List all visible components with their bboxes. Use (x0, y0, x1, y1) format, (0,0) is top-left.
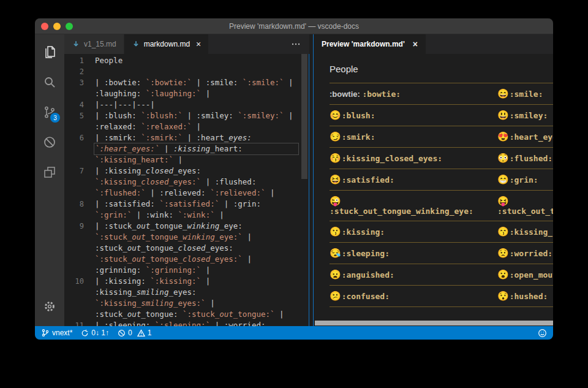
code-text: `:heart_eyes:` | :kissing_heart: (94, 143, 243, 154)
preview-table-row: 😏:smirk:😍:heart_eyes: (330, 126, 553, 148)
extensions-icon[interactable] (35, 157, 64, 187)
preview-table-cell: 😙:kissing_smiling_eyes: (497, 226, 553, 237)
code-text: :laughing: `:laughing:` | (94, 88, 210, 99)
preview-horizontal-scrollbar-thumb[interactable] (315, 321, 553, 325)
editor-line[interactable]: `:flushed:` | :relieved: `:relieved:` | (64, 188, 309, 199)
close-preview-icon[interactable]: × (413, 40, 418, 48)
emoji-code: :bowtie: (362, 89, 401, 99)
preview-table-row: 😚:kissing_closed_eyes:😳:flushed: (330, 148, 553, 169)
explorer-icon[interactable] (35, 37, 64, 67)
editor-line[interactable]: 1People (64, 55, 309, 66)
editor-line[interactable]: 9| :stuck_out_tongue_winking_eye: (64, 221, 309, 232)
emoji-code: :smile: (510, 89, 543, 99)
editor-line[interactable]: `:grin:` | :wink: `:wink:` | (64, 210, 309, 221)
tab-v1-15-md[interactable]: v1_15.md (64, 34, 124, 54)
emoji-code: :kissing_smiling_eyes: (510, 227, 553, 237)
markdown-preview[interactable]: People :bowtie: :bowtie:😄:smile:😊:blush:… (314, 54, 553, 326)
emoji: 😚 (330, 153, 341, 163)
search-icon[interactable] (35, 67, 64, 97)
close-tab-icon[interactable]: × (196, 40, 201, 48)
tab-markdown-md[interactable]: markdown.md × (124, 34, 209, 54)
more-actions-icon[interactable] (291, 34, 309, 54)
preview-table-row: 😊:blush:😃:smiley: (330, 105, 553, 126)
minimize-window-button[interactable] (53, 23, 61, 30)
editor-line[interactable]: :kissing_smiling_eyes: (64, 287, 309, 298)
editor-line[interactable]: :relaxed: `:relaxed:` | (64, 121, 309, 132)
code-text: :relaxed: `:relaxed:` | (94, 121, 201, 132)
preview-table-row: 😆:satisfied:😁:grin: (330, 169, 553, 191)
preview-tab[interactable]: Preview 'markdown.md' × (314, 34, 426, 54)
editor-line[interactable]: 4|---|---|---| (64, 99, 309, 110)
line-number (64, 188, 94, 199)
editor-line[interactable]: 10| :kissing: `:kissing:` | (64, 276, 309, 287)
close-window-button[interactable] (41, 23, 48, 30)
debug-icon[interactable] (35, 127, 64, 157)
editor-line[interactable]: 5| :blush: `:blush:` | :smiley: `:smiley… (64, 110, 309, 121)
editor-line[interactable]: `:kissing_smiling_eyes:` | (64, 298, 309, 309)
line-number (64, 154, 94, 165)
tab-label: v1_15.md (84, 40, 116, 48)
titlebar[interactable]: Preview 'markdown.md' — vscode-docs (35, 18, 553, 34)
source-control-icon[interactable]: 3 (35, 97, 64, 127)
preview-table-cell: 😟:worried: (497, 248, 553, 259)
emoji: 😪 (330, 248, 341, 258)
emoji-code: :sleeping: (342, 249, 390, 258)
line-number (64, 143, 94, 154)
line-number (64, 243, 94, 254)
code-text: :stuck_out_tongue_closed_eyes: (94, 243, 233, 254)
code-editor[interactable]: 1People23| :bowtie: `:bowtie:` | :smile:… (64, 54, 309, 326)
editor-line[interactable]: 11| :sleeping: `:sleeping:` | :worried: (64, 320, 309, 326)
preview-heading: People (330, 64, 553, 74)
editor-line[interactable]: `:heart_eyes:` | :kissing_heart: (64, 143, 309, 154)
editor-line[interactable]: `:kissing_closed_eyes:` | :flushed: (64, 177, 309, 188)
code-text (94, 66, 95, 77)
editor-group: v1_15.md markdown.md × 1People23| :bowti… (64, 34, 309, 326)
code-text: `:grin:` | :wink: `:wink:` | (94, 210, 224, 221)
window-title: Preview 'markdown.md' — vscode-docs (229, 22, 359, 31)
code-text: | :stuck_out_tongue_winking_eye: (94, 221, 243, 232)
sync-status[interactable]: 0↓ 1↑ (81, 329, 109, 337)
code-text: | :kissing_closed_eyes: (94, 165, 201, 177)
preview-horizontal-scrollbar[interactable] (314, 320, 553, 326)
editor-line[interactable]: 3| :bowtie: `:bowtie:` | :smile: `:smile… (64, 77, 309, 88)
editor-scrollbar-thumb[interactable] (301, 54, 307, 179)
feedback-smiley-icon[interactable] (538, 329, 547, 338)
emoji: 😃 (497, 110, 509, 120)
emoji: 😄 (497, 88, 509, 99)
preview-header: Preview 'markdown.md' × (314, 34, 553, 54)
editor-line[interactable]: :stuck_out_tongue: `:stuck_out_tongue:` … (64, 309, 309, 320)
emoji-code: :open_mouth: (510, 270, 553, 280)
git-branch-status[interactable]: vnext* (41, 329, 72, 337)
preview-table-cell: 😮:open_mouth: (497, 269, 553, 280)
editor-line[interactable]: 6| :smirk: `:smirk:` | :heart_eyes: (64, 132, 309, 143)
editor-line[interactable]: `:kissing_heart:` | (64, 154, 309, 165)
editor-line[interactable]: :stuck_out_tongue_closed_eyes: (64, 243, 309, 254)
editor-tab-bar: v1_15.md markdown.md × (64, 34, 309, 54)
editor-scrollbar[interactable] (301, 54, 308, 326)
editor-line[interactable]: 2 (64, 66, 309, 77)
preview-table-row: 😦:anguished:😮:open_mouth: (330, 264, 553, 286)
line-number: 10 (64, 276, 94, 287)
emoji-code: :heart_eyes: (510, 132, 553, 142)
problems-status[interactable]: 0 1 (118, 329, 151, 337)
settings-gear-icon[interactable] (35, 291, 64, 321)
zoom-window-button[interactable] (66, 23, 73, 30)
editor-line[interactable]: 7| :kissing_closed_eyes: (64, 165, 309, 177)
sync-count: 0↓ 1↑ (91, 329, 109, 337)
editor-line[interactable]: :grinning: `:grinning:` | (64, 265, 309, 276)
vscode-window: Preview 'markdown.md' — vscode-docs 3 (35, 18, 553, 340)
code-text: | :satisfied: `:satisfied:` | :grin: (94, 199, 261, 210)
line-number: 11 (64, 320, 94, 326)
editor-line[interactable]: `:stuck_out_tongue_winking_eye:` | (64, 232, 309, 243)
line-number (64, 309, 94, 320)
line-number (64, 254, 94, 265)
emoji-code: :worried: (510, 249, 552, 258)
code-text: :stuck_out_tongue: `:stuck_out_tongue:` … (94, 309, 284, 320)
preview-table-cell: 😜:stuck_out_tongue_winking_eye: (330, 196, 497, 216)
editor-line[interactable]: 8| :satisfied: `:satisfied:` | :grin: (64, 199, 309, 210)
editor-line[interactable]: :laughing: `:laughing:` | (64, 88, 309, 99)
code-text: | :bowtie: `:bowtie:` | :smile: `:smile:… (94, 77, 293, 88)
editor-line[interactable]: `:stuck_out_tongue_closed_eyes:` | (64, 254, 309, 265)
emoji-code: :anguished: (342, 270, 394, 280)
code-text: :kissing_smiling_eyes: (94, 287, 197, 298)
